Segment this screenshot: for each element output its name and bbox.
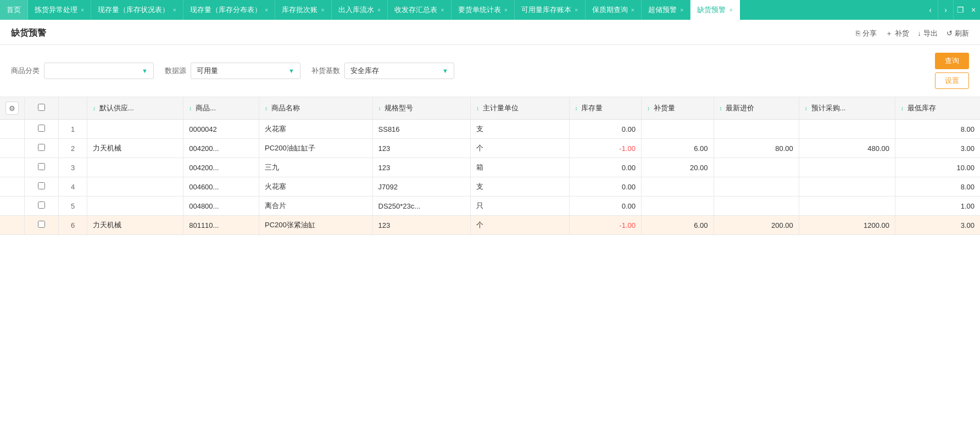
- tab-inout-flow[interactable]: 出入库流水×: [332, 0, 388, 20]
- header-actions: ⎘ 分享 ＋ 补货 ↓ 导出 ↺ 刷新: [856, 29, 970, 38]
- tab-expiry-query[interactable]: 保质期查询×: [586, 0, 642, 20]
- row-settings-col: [0, 139, 25, 158]
- row-min_inventory: 1.00: [895, 197, 981, 216]
- row-spec: 123: [372, 139, 471, 158]
- row-checkbox-col[interactable]: [25, 158, 59, 177]
- tab-close-icon-expiry-query[interactable]: ×: [631, 7, 634, 13]
- row-checkbox-col[interactable]: [25, 216, 59, 235]
- col-header-min_inventory[interactable]: ↕ 最低库存: [895, 97, 981, 120]
- row-checkbox[interactable]: [38, 201, 45, 209]
- sort-icon-inventory: ↕: [575, 105, 580, 111]
- row-product_name: 离合片: [259, 197, 372, 216]
- sort-icon-spec: ↕: [378, 105, 383, 111]
- row-spec: 123: [372, 158, 471, 177]
- filter-bar: 商品分类 ▼ 数据源 可用量 ▼ 补货基数 安全库存 ▼ 查询 设置: [0, 45, 980, 97]
- tab-close-icon-available-ledger[interactable]: ×: [575, 7, 578, 13]
- tab-batch-account[interactable]: 库存批次账×: [275, 0, 331, 20]
- tab-close-icon-inout-flow[interactable]: ×: [377, 7, 381, 13]
- refresh-action[interactable]: ↺ 刷新: [946, 29, 969, 38]
- row-inventory: 0.00: [569, 197, 642, 216]
- row-checkbox[interactable]: [38, 182, 45, 189]
- tab-abnormal[interactable]: 拣货异常处理×: [28, 0, 91, 20]
- settings-button[interactable]: 设置: [935, 72, 969, 89]
- row-estimated_purchase: [799, 158, 895, 177]
- row-latest_price: [714, 177, 799, 197]
- tab-receive-summary[interactable]: 收发存汇总表×: [388, 0, 451, 20]
- tab-close-icon-shortage[interactable]: ×: [729, 7, 732, 13]
- row-settings-col: [0, 177, 25, 197]
- row-seq: 4: [59, 177, 87, 197]
- select-all-checkbox[interactable]: [38, 104, 45, 111]
- tab-close-icon-demand-stat[interactable]: ×: [504, 7, 508, 13]
- query-button[interactable]: 查询: [935, 53, 969, 69]
- replenish-action[interactable]: ＋ 补货: [886, 29, 909, 38]
- datasource-select[interactable]: 可用量 ▼: [191, 63, 300, 79]
- row-checkbox-col[interactable]: [25, 139, 59, 158]
- row-latest_price: 200.00: [714, 216, 799, 235]
- col-header-default_supplier[interactable]: ↕ 默认供应...: [87, 97, 183, 120]
- row-estimated_purchase: [799, 177, 895, 197]
- share-action[interactable]: ⎘ 分享: [856, 29, 877, 38]
- col-label-estimated_purchase: 预计采购...: [811, 104, 846, 112]
- tab-close-icon-abnormal[interactable]: ×: [81, 7, 84, 13]
- row-checkbox[interactable]: [38, 125, 45, 132]
- row-checkbox-col[interactable]: [25, 120, 59, 139]
- row-checkbox-col[interactable]: [25, 177, 59, 197]
- col-header-product_name[interactable]: ↕ 商品名称: [259, 97, 372, 120]
- row-spec: J7092: [372, 177, 471, 197]
- tab-close-icon-inventory-dist[interactable]: ×: [265, 7, 268, 13]
- table-row: 4004600...火花塞J7092支0.008.00: [0, 177, 980, 197]
- category-filter-group: 商品分类 ▼: [11, 63, 154, 79]
- tab-close-icon-receive-summary[interactable]: ×: [441, 7, 444, 13]
- row-product_name: PC200油缸缸子: [259, 139, 372, 158]
- row-checkbox[interactable]: [38, 144, 45, 151]
- col-header-unit[interactable]: ↕ 主计量单位: [471, 97, 569, 120]
- row-unit: 个: [471, 216, 569, 235]
- col-label-unit: 主计量单位: [483, 104, 519, 112]
- export-icon: ↓: [918, 29, 922, 37]
- col-header-replenish_qty[interactable]: ↕ 补货量: [642, 97, 714, 120]
- category-select[interactable]: ▼: [44, 63, 154, 79]
- row-checkbox[interactable]: [38, 163, 45, 170]
- row-inventory: 0.00: [569, 177, 642, 197]
- row-default_supplier: [87, 120, 183, 139]
- sort-icon-replenish_qty: ↕: [647, 105, 652, 111]
- row-seq: 3: [59, 158, 87, 177]
- tab-home[interactable]: 首页: [0, 0, 28, 20]
- row-latest_price: [714, 158, 799, 177]
- row-checkbox-col[interactable]: [25, 197, 59, 216]
- tab-close-icon-overstock[interactable]: ×: [680, 7, 683, 13]
- tab-close-icon-inventory-status[interactable]: ×: [172, 7, 176, 13]
- tab-inventory-dist[interactable]: 现存量（库存分布表）×: [183, 0, 275, 20]
- page-title: 缺货预警: [11, 27, 46, 39]
- tab-close-button[interactable]: ×: [967, 0, 980, 20]
- row-replenish_qty: 6.00: [642, 216, 714, 235]
- tab-next-button[interactable]: ›: [938, 0, 954, 20]
- tab-available-ledger[interactable]: 可用量库存账本×: [515, 0, 585, 20]
- tab-overstock[interactable]: 超储预警×: [642, 0, 691, 20]
- col-header-inventory[interactable]: ↕ 库存量: [569, 97, 642, 120]
- row-default_supplier: 力天机械: [87, 139, 183, 158]
- tab-demand-stat[interactable]: 要货单统计表×: [452, 0, 515, 20]
- datasource-select-text: 可用量: [197, 66, 285, 76]
- row-latest_price: 80.00: [714, 139, 799, 158]
- col-header-latest_price[interactable]: ↕ 最新进价: [714, 97, 799, 120]
- tab-shortage[interactable]: 缺货预警×: [691, 0, 739, 20]
- col-header-spec[interactable]: ↕ 规格型号: [372, 97, 471, 120]
- col-header-estimated_purchase[interactable]: ↕ 预计采购...: [799, 97, 895, 120]
- tab-prev-button[interactable]: ‹: [923, 0, 938, 20]
- export-action[interactable]: ↓ 导出: [918, 29, 938, 38]
- col-label-product_code: 商品...: [196, 104, 216, 112]
- tab-inventory-status[interactable]: 现存量（库存状况表）×: [91, 0, 183, 20]
- col-header-product_code[interactable]: ↕ 商品...: [183, 97, 259, 120]
- replenish-base-select[interactable]: 安全库存 ▼: [344, 63, 454, 79]
- col-header-seq: [59, 97, 87, 120]
- row-unit: 只: [471, 197, 569, 216]
- row-checkbox[interactable]: [38, 221, 45, 228]
- row-spec: DS250*23c...: [372, 197, 471, 216]
- tab-restore-button[interactable]: ❐: [954, 0, 967, 20]
- row-replenish_qty: 6.00: [642, 139, 714, 158]
- table-settings-icon[interactable]: ⚙: [5, 102, 19, 115]
- row-replenish_qty: [642, 197, 714, 216]
- tab-close-icon-batch-account[interactable]: ×: [321, 7, 324, 13]
